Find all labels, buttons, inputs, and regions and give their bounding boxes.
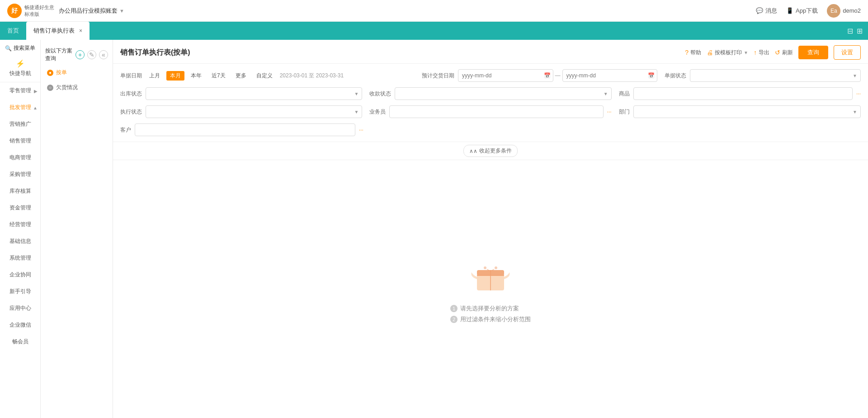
date-separator: — [555,72,561,79]
sidebar-item-wholesale[interactable]: 批发管理 ▲ [0,99,40,116]
scheme-edit-button[interactable]: ✎ [87,50,96,59]
sidebar-item-ecommerce[interactable]: 电商管理 [0,149,40,166]
content-area: 按以下方案查询 + ✎ « ● 按单 ○ 欠货情况 [41,40,868,418]
sidebar: 🔍 搜索菜单 ⚡ 快捷导航 零售管理 ▶ 批发管理 ▲ 营销推广 销售管理 电商… [0,40,41,418]
right-panel: 销售订单执行表(按单) ? 帮助 🖨 按模板打印 ▼ ↑ [113,40,868,418]
help-button[interactable]: ? 帮助 [685,49,701,57]
help-icon: ? [685,49,689,56]
export-button[interactable]: ↑ 导出 [754,49,769,57]
tab-minimize-button[interactable]: ⊟ [847,27,853,35]
delivery-date-to-input[interactable] [562,69,657,82]
top-header: 好 畅捷通好生意 标准版 办公用品行业模拟账套 ▼ 💬 消息 📱 App下载 E… [0,0,868,22]
settings-button[interactable]: 设置 [834,45,861,60]
sidebar-search[interactable]: 🔍 搜索菜单 [0,40,40,55]
salesperson-more-button[interactable]: ··· [607,109,612,115]
sidebar-item-system[interactable]: 系统管理 [0,250,40,266]
shortcut-custom[interactable]: 自定义 [253,71,276,81]
left-panel-header: 按以下方案查询 + ✎ « [41,44,113,65]
customer-more-button[interactable]: ··· [359,127,363,133]
refresh-button[interactable]: ↺ 刷新 [775,49,793,57]
filter-execution-status: 执行状态 [120,105,362,118]
empty-state: 1 请先选择要分析的方案 2 用过滤条件来缩小分析范围 [113,160,868,418]
tab-bar: 首页 销售订单执行表 × ⊟ ⊞ [0,22,868,40]
refresh-icon: ↺ [775,49,780,56]
sidebar-item-basic-info[interactable]: 基础信息 [0,233,40,250]
date-shortcuts: 上月 本月 本年 近7天 更多 自定义 [146,71,276,81]
sidebar-item-operations[interactable]: 经营管理 [0,216,40,233]
scheme-item-shortage[interactable]: ○ 欠货情况 [41,80,113,95]
print-button[interactable]: 🖨 按模板打印 ▼ [707,49,748,57]
shortcut-more[interactable]: 更多 [232,71,250,81]
avatar: Ea [827,4,840,18]
shortcut-current-year[interactable]: 本年 [187,71,205,81]
filter-row-4: 客户 ··· [120,124,861,136]
status-select-wrapper [690,69,861,82]
page-title: 销售订单执行表(按单) [120,48,190,57]
export-icon: ↑ [754,49,757,56]
tab-sales-order[interactable]: 销售订单执行表 × [26,22,90,40]
collapse-button[interactable]: ∧∧ 收起更多条件 [463,145,518,157]
delivery-date-from-input[interactable] [458,69,553,82]
filter-row-2: 出库状态 收款状态 [120,87,861,100]
shortcut-current-month[interactable]: 本月 [166,71,184,81]
expected-delivery-range: 📅 — 📅 [458,69,657,82]
execution-status-select[interactable] [146,105,362,118]
scheme-add-button[interactable]: + [75,50,85,59]
logo-text: 畅捷通好生意 标准版 [24,4,54,17]
sidebar-item-guide[interactable]: 新手引导 [0,283,40,300]
filter-row-1: 单据日期 上月 本月 本年 近7天 更多 自定义 2023-03-01 至 20… [120,69,861,82]
sidebar-item-marketing[interactable]: 营销推广 [0,116,40,133]
nav-title[interactable]: 办公用品行业模拟账套 ▼ [59,7,124,15]
empty-illustration [468,252,513,297]
delivery-date-to-wrapper: 📅 [562,69,657,82]
main-layout: 🔍 搜索菜单 ⚡ 快捷导航 零售管理 ▶ 批发管理 ▲ 营销推广 销售管理 电商… [0,40,868,418]
product-input[interactable] [633,87,853,100]
payment-status-select[interactable] [395,87,611,100]
customer-input[interactable] [135,124,355,136]
department-select[interactable] [633,105,861,118]
query-button[interactable]: 查询 [798,46,828,59]
sidebar-item-apps[interactable]: 应用中心 [0,300,40,317]
status-select[interactable] [690,69,861,82]
product-more-button[interactable]: ··· [856,90,861,97]
sidebar-item-member[interactable]: 畅会员 [0,333,40,350]
tab-home[interactable]: 首页 [0,22,26,40]
sidebar-item-quick-nav[interactable]: ⚡ 快捷导航 [0,55,40,82]
page-container: 按以下方案查询 + ✎ « ● 按单 ○ 欠货情况 [41,40,868,418]
wholesale-arrow-icon: ▲ [33,105,38,110]
tab-expand-button[interactable]: ⊞ [857,27,863,35]
sidebar-item-inventory[interactable]: 库存核算 [0,183,40,200]
tip-num-1: 1 [450,305,458,312]
filter-out-status: 出库状态 [120,87,362,100]
scheme-item-by-order[interactable]: ● 按单 [41,65,113,80]
filter-salesperson: 业务员 ··· [369,105,611,118]
department-select-wrapper [633,105,861,118]
delivery-date-from-wrapper: 📅 [458,69,553,82]
left-panel-actions: + ✎ « [75,50,108,59]
sidebar-item-cooperation[interactable]: 企业协同 [0,266,40,283]
svg-point-5 [495,266,497,269]
collapse-icon: ∧∧ [469,148,477,154]
scheme-collapse-button[interactable]: « [99,50,108,59]
tab-close-button[interactable]: × [79,28,82,34]
payment-status-select-wrapper [395,87,611,100]
shortcut-last-month[interactable]: 上月 [146,71,164,81]
sidebar-item-finance[interactable]: 资金管理 [0,200,40,216]
app-download-button[interactable]: 📱 App下载 [786,7,818,15]
execution-status-wrapper [146,105,362,118]
sidebar-item-sales[interactable]: 销售管理 [0,133,40,149]
print-icon: 🖨 [707,49,713,56]
empty-tip-2: 2 用过滤条件来缩小分析范围 [450,315,531,323]
sidebar-item-purchase[interactable]: 采购管理 [0,166,40,183]
salesperson-input[interactable] [389,105,603,118]
sidebar-item-retail[interactable]: 零售管理 ▶ [0,82,40,99]
user-profile[interactable]: Ea demo2 [827,4,861,18]
message-button[interactable]: 💬 消息 [756,7,777,15]
scheme-dot-active: ● [47,70,53,76]
out-status-select[interactable] [146,87,362,100]
filter-department: 部门 [619,105,861,118]
svg-point-4 [484,266,486,269]
sidebar-item-wechat[interactable]: 企业微信 [0,317,40,333]
shortcut-7days[interactable]: 近7天 [208,71,229,81]
logo-icon: 好 [7,4,22,18]
